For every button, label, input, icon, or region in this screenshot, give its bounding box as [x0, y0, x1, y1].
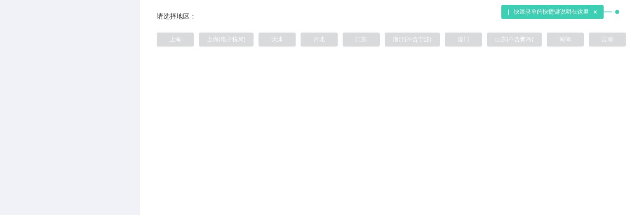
tooltip-dot	[615, 10, 619, 14]
tooltip-close-button[interactable]: ×	[594, 9, 597, 15]
region-button[interactable]: 海南	[547, 33, 584, 47]
region-button[interactable]: 山东(不含青岛)	[487, 33, 542, 47]
region-button[interactable]: 上海	[157, 33, 194, 47]
region-button[interactable]: 上海(电子税局)	[199, 33, 254, 47]
tooltip-connector	[604, 12, 612, 12]
region-buttons-container: 上海上海(电子税局)天津河北江苏浙江(不含宁波)厦门山东(不含青岛)海南云南	[157, 33, 628, 47]
region-button[interactable]: 云南	[589, 33, 626, 47]
tooltip-box: 快速录单的快捷键说明在这里 ×	[501, 5, 604, 19]
region-button[interactable]: 厦门	[445, 33, 482, 47]
left-sidebar	[0, 0, 140, 215]
region-button[interactable]: 河北	[301, 33, 338, 47]
region-button[interactable]: 江苏	[343, 33, 380, 47]
tooltip-text: 快速录单的快捷键说明在这里	[514, 8, 589, 16]
region-button[interactable]: 天津	[259, 33, 296, 47]
region-button[interactable]: 浙江(不含宁波)	[385, 33, 440, 47]
main-content: 请选择地区： 上海上海(电子税局)天津河北江苏浙江(不含宁波)厦门山东(不含青岛…	[140, 0, 644, 215]
tooltip-container: 快速录单的快捷键说明在这里 ×	[501, 5, 619, 19]
